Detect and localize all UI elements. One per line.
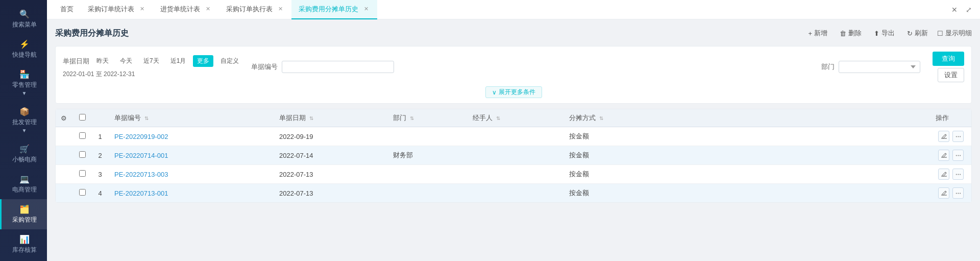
row-doc-no-cell[interactable]: PE-20220714-001 xyxy=(109,146,274,165)
date-7days-button[interactable]: 近7天 xyxy=(139,55,163,67)
sidebar-item-inventory[interactable]: 📊 库存核算 xyxy=(0,229,47,259)
sidebar-item-label: 采购管理 xyxy=(5,216,44,224)
sidebar-item-purchase[interactable]: 🗂️ 采购管理 xyxy=(0,199,47,229)
doc-no-link[interactable]: PE-20220714-001 xyxy=(114,152,168,159)
row-check-cell[interactable] xyxy=(74,165,91,184)
expand-more-row: ∨ 展开更多条件 xyxy=(63,86,964,98)
expand-window-button[interactable]: ⤢ xyxy=(964,5,974,15)
row-edit-button[interactable] xyxy=(938,150,949,161)
date-today-button[interactable]: 今天 xyxy=(116,55,136,67)
sort-icon: ⇅ xyxy=(309,115,313,121)
set-button[interactable]: 设置 xyxy=(938,68,964,82)
tab-inbound-stats[interactable]: 进货单统计表 ✕ xyxy=(153,0,219,19)
doc-no-link[interactable]: PE-20220919-002 xyxy=(114,133,168,140)
row-doc-date-cell: 2022-07-14 xyxy=(274,146,388,165)
table-row: 2 PE-20220714-001 2022-07-14 财务部 按金额 xyxy=(56,146,971,165)
date-yesterday-button[interactable]: 昨天 xyxy=(92,55,113,67)
tab-cost-split[interactable]: 采购费用分摊单历史 ✕ xyxy=(291,0,377,19)
show-cols-button[interactable]: ☐ 显示明细 xyxy=(937,29,972,38)
dept-filter-group: 部门 财务部 xyxy=(821,61,920,73)
row-more-button[interactable] xyxy=(952,150,964,161)
row-check-cell[interactable] xyxy=(74,184,91,203)
row-checkbox[interactable] xyxy=(79,170,86,177)
th-handler[interactable]: 经手人 ⇅ xyxy=(468,109,564,127)
content-area: 采购费用分摊单历史 + 新增 🗑 删除 ⬆ 导出 ↻ 刷新 xyxy=(47,19,980,261)
tab-po-exec[interactable]: 采购订单执行表 ✕ xyxy=(219,0,291,19)
row-op-cell xyxy=(930,146,971,165)
svg-rect-12 xyxy=(941,195,946,195)
tab-cost-split-label: 采购费用分摊单历史 xyxy=(299,5,358,14)
doc-no-link[interactable]: PE-20220713-001 xyxy=(114,189,168,197)
export-button[interactable]: ⬆ 导出 xyxy=(871,27,898,40)
th-gear[interactable]: ⚙ xyxy=(56,109,74,127)
row-more-button[interactable] xyxy=(952,169,964,180)
row-checkbox[interactable] xyxy=(79,151,86,158)
svg-point-7 xyxy=(960,155,961,156)
sidebar-item-mini-shop[interactable]: 🛒 小畅电商 xyxy=(0,139,47,169)
doc-no-input[interactable] xyxy=(282,61,394,73)
row-edit-button[interactable] xyxy=(938,169,949,180)
row-doc-no-cell[interactable]: PE-20220713-003 xyxy=(109,165,274,184)
header-actions: + 新增 🗑 删除 ⬆ 导出 ↻ 刷新 ☐ 显示明细 xyxy=(805,27,972,40)
delete-button[interactable]: 🗑 删除 xyxy=(837,27,865,40)
date-custom-button[interactable]: 自定义 xyxy=(216,55,243,67)
th-check[interactable] xyxy=(74,109,91,127)
row-edit-button[interactable] xyxy=(938,131,949,142)
close-icon[interactable]: ✕ xyxy=(362,5,370,13)
close-icon[interactable]: ✕ xyxy=(138,5,146,13)
sidebar-item-quicknav[interactable]: ⚡ 快捷导航 xyxy=(0,34,47,64)
th-dept[interactable]: 部门 ⇅ xyxy=(388,109,468,127)
ecom-icon: 💻 xyxy=(5,174,44,184)
dept-select[interactable]: 财务部 xyxy=(839,61,920,73)
row-edit-button[interactable] xyxy=(938,187,949,199)
row-more-button[interactable] xyxy=(952,187,964,199)
row-doc-no-cell[interactable]: PE-20220919-002 xyxy=(109,127,274,146)
row-handler-cell xyxy=(468,184,564,203)
th-doc-date[interactable]: 单据日期 ⇅ xyxy=(274,109,388,127)
tab-po-stats-label: 采购订单统计表 xyxy=(88,5,134,14)
row-handler-cell xyxy=(468,127,564,146)
close-icon[interactable]: ✕ xyxy=(204,5,212,13)
sidebar-item-label: 快捷导航 xyxy=(5,51,44,59)
row-check-cell[interactable] xyxy=(74,127,91,146)
refresh-button[interactable]: ↻ 刷新 xyxy=(904,27,931,40)
row-num-cell: 1 xyxy=(91,127,109,146)
export-label: 导出 xyxy=(881,29,895,38)
close-icon[interactable]: ✕ xyxy=(277,5,284,13)
table-body: 1 PE-20220919-002 2022-09-19 按金额 2 xyxy=(56,127,971,203)
tab-home[interactable]: 首页 xyxy=(53,0,81,19)
doc-no-label: 单据编号 xyxy=(251,62,278,72)
sidebar-item-label: 小畅电商 xyxy=(5,155,44,164)
date-more-button[interactable]: 更多 xyxy=(193,55,213,67)
row-num-cell: 3 xyxy=(91,165,109,184)
row-check-cell[interactable] xyxy=(74,146,91,165)
row-more-button[interactable] xyxy=(952,131,964,142)
refresh-label: 刷新 xyxy=(915,29,928,38)
select-all-checkbox[interactable] xyxy=(79,114,86,121)
mini-shop-icon: 🛒 xyxy=(5,144,44,154)
page-header: 采购费用分摊单历史 + 新增 🗑 删除 ⬆ 导出 ↻ 刷新 xyxy=(55,27,972,40)
delete-icon: 🗑 xyxy=(840,30,846,37)
doc-no-link[interactable]: PE-20220713-003 xyxy=(114,171,168,178)
sidebar-item-wholesale[interactable]: 📦 批发管理 ▼ xyxy=(0,102,47,139)
sidebar-item-retail[interactable]: 🏪 零售管理 ▼ xyxy=(0,64,47,102)
row-dept-cell xyxy=(388,184,468,203)
date-filter-group: 单据日期 昨天 今天 近7天 近1月 更多 自定义 2022-01-01 至 2… xyxy=(63,55,243,79)
row-handler-cell xyxy=(468,146,564,165)
row-doc-no-cell[interactable]: PE-20220713-001 xyxy=(109,184,274,203)
tab-po-exec-label: 采购订单执行表 xyxy=(226,5,273,14)
row-gear-cell xyxy=(56,165,74,184)
sidebar-item-label: 零售管理 xyxy=(5,81,44,89)
add-button[interactable]: + 新增 xyxy=(805,27,830,40)
date-1month-button[interactable]: 近1月 xyxy=(166,55,190,67)
query-button[interactable]: 查询 xyxy=(933,52,964,66)
expand-conditions-button[interactable]: ∨ 展开更多条件 xyxy=(485,86,542,98)
row-checkbox[interactable] xyxy=(79,189,86,196)
close-window-button[interactable]: ✕ xyxy=(949,5,960,15)
th-doc-no[interactable]: 单据编号 ⇅ xyxy=(109,109,274,127)
sidebar-item-ecom[interactable]: 💻 电商管理 xyxy=(0,169,47,199)
sidebar-item-search[interactable]: 🔍 搜索菜单 xyxy=(0,4,47,34)
tab-po-stats[interactable]: 采购订单统计表 ✕ xyxy=(81,0,153,19)
th-split-method[interactable]: 分摊方式 ⇅ xyxy=(564,109,930,127)
row-checkbox[interactable] xyxy=(79,132,86,139)
